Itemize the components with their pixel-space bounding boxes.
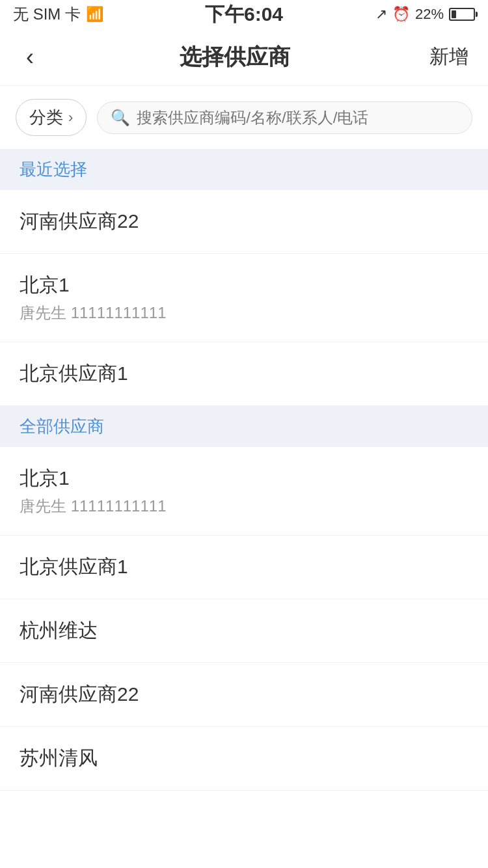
list-item[interactable]: 苏州清风 [0,727,488,791]
category-filter[interactable]: 分类 › [16,99,87,136]
chevron-right-icon: › [68,109,73,126]
wifi-icon: 📶 [86,6,103,23]
item-name: 北京供应商1 [20,554,468,580]
location-icon: ↗ [375,6,387,23]
item-sub: 唐先生 11111111111 [20,303,468,323]
battery-outline [449,8,475,21]
battery-percent: 22% [415,6,444,23]
list-item[interactable]: 河南供应商22 [0,663,488,727]
category-label: 分类 [29,106,63,129]
status-left: 无 SIM 卡 📶 [13,4,103,25]
back-button[interactable]: ‹ [20,37,40,77]
search-icon: 🔍 [111,109,130,127]
list-item[interactable]: 北京1唐先生 11111111111 [0,447,488,536]
recent-section-header: 最近选择 [0,149,488,190]
item-name: 杭州维达 [20,617,468,644]
alarm-icon: ⏰ [392,6,410,23]
no-sim-text: 无 SIM 卡 [13,4,81,25]
filter-bar: 分类 › 🔍 [0,86,488,149]
item-name: 北京1 [20,272,468,299]
list-item[interactable]: 河南供应商22 [0,190,488,254]
status-right: ↗ ⏰ 22% [375,6,475,23]
item-sub: 唐先生 11111111111 [20,496,468,517]
status-time: 下午6:04 [205,1,283,28]
status-bar: 无 SIM 卡 📶 下午6:04 ↗ ⏰ 22% [0,0,488,29]
battery-icon [449,8,475,21]
list-item[interactable]: 北京供应商1 [0,536,488,599]
list-item[interactable]: 杭州维达 [0,599,488,663]
item-name: 苏州清风 [20,745,468,772]
search-box[interactable]: 🔍 [97,102,472,134]
list-item[interactable]: 北京供应商1 [0,342,488,406]
list-item[interactable]: 北京1唐先生 11111111111 [0,254,488,342]
search-input[interactable] [137,109,459,127]
recent-list: 河南供应商22北京1唐先生 11111111111北京供应商1 [0,190,488,406]
item-name: 河南供应商22 [20,208,468,235]
all-list: 北京1唐先生 11111111111北京供应商1杭州维达河南供应商22苏州清风 [0,447,488,791]
recent-section-title: 最近选择 [20,159,87,179]
item-name: 北京1 [20,465,468,492]
all-section-title: 全部供应商 [20,416,104,436]
battery-fill [452,10,456,18]
page-title: 选择供应商 [180,42,290,72]
item-name: 北京供应商1 [20,360,468,387]
all-section-header: 全部供应商 [0,406,488,447]
item-name: 河南供应商22 [20,681,468,708]
add-button[interactable]: 新增 [429,44,468,70]
nav-bar: ‹ 选择供应商 新增 [0,29,488,86]
